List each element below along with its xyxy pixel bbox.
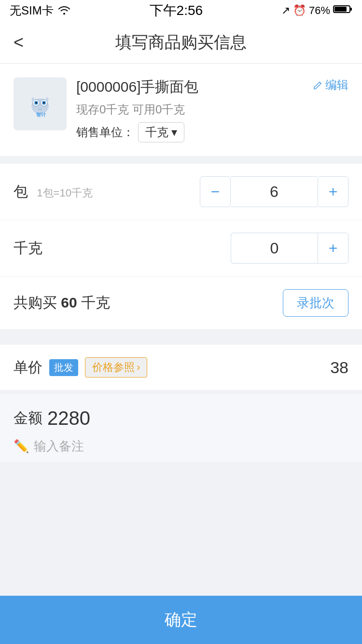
kilogram-input[interactable] xyxy=(231,233,318,264)
nav-bar: < 填写商品购买信息 xyxy=(0,21,362,64)
package-hint: 1包=10千克 xyxy=(37,187,93,199)
package-row: 包 1包=10千克 − + xyxy=(0,164,362,220)
amount-section: 金额 2280 ✏️ 输入备注 xyxy=(0,394,362,462)
amount-row: 金额 2280 xyxy=(14,407,348,429)
chevron-down-icon: ▾ xyxy=(171,126,177,139)
status-bar: 无SIM卡 下午2:56 ↗ ⏰ 76% xyxy=(0,0,362,21)
note-placeholder: 输入备注 xyxy=(34,438,84,455)
svg-rect-1 xyxy=(350,8,352,11)
product-card: 智计 [0000006]手撕面包 现存0千克 可用0千克 销售单位： 千克 ▾ … xyxy=(0,64,362,156)
package-increment-button[interactable]: + xyxy=(318,176,348,207)
price-type-tag: 批发 xyxy=(49,359,78,376)
svg-rect-2 xyxy=(334,7,347,12)
price-label: 单价 xyxy=(14,358,42,378)
kilogram-increment-button[interactable]: + xyxy=(318,233,348,264)
back-button[interactable]: < xyxy=(14,32,24,53)
page-title: 填写商品购买信息 xyxy=(115,31,247,54)
price-reference-button[interactable]: 价格参照 › xyxy=(85,357,147,378)
product-name: [0000006]手撕面包 xyxy=(76,77,303,97)
package-input[interactable] xyxy=(231,176,318,207)
quantity-section: 包 1包=10千克 − + 千克 + 共购买 60 千克 录批次 xyxy=(0,164,362,329)
status-right: ↗ ⏰ 76% xyxy=(281,4,352,17)
price-value: 38 xyxy=(330,358,348,377)
product-unit: 销售单位： 千克 ▾ xyxy=(76,122,303,142)
location-icon: ↗ xyxy=(281,4,290,17)
alarm-icon: ⏰ xyxy=(293,4,306,17)
amount-value: 2280 xyxy=(47,407,90,429)
empty-space xyxy=(0,462,362,617)
price-row: 单价 批发 价格参照 › 38 xyxy=(0,345,362,390)
product-info: [0000006]手撕面包 现存0千克 可用0千克 销售单位： 千克 ▾ xyxy=(76,77,303,142)
chevron-right-icon: › xyxy=(137,361,140,374)
carrier-label: 无SIM卡 xyxy=(10,3,54,18)
battery-label: 76% xyxy=(309,4,330,17)
confirm-button[interactable]: 确定 xyxy=(0,596,362,644)
package-decrement-button[interactable]: − xyxy=(200,176,231,207)
package-controls: − + xyxy=(200,176,348,207)
kilogram-label: 千克 xyxy=(14,238,231,258)
price-section: 单价 批发 价格参照 › 38 xyxy=(0,345,362,390)
unit-select[interactable]: 千克 ▾ xyxy=(138,122,184,142)
separator-1 xyxy=(0,337,362,345)
unit-label: 销售单位： xyxy=(76,125,134,140)
status-left: 无SIM卡 xyxy=(10,3,71,18)
svg-point-9 xyxy=(43,102,45,104)
battery-icon xyxy=(333,4,352,17)
wifi-icon xyxy=(57,4,71,17)
total-row: 共购买 60 千克 录批次 xyxy=(0,277,362,329)
svg-text:智计: 智计 xyxy=(36,112,46,117)
total-text: 共购买 60 千克 xyxy=(14,293,110,313)
product-stock: 现存0千克 可用0千克 xyxy=(76,102,303,117)
status-time: 下午2:56 xyxy=(150,1,203,20)
amount-label: 金额 xyxy=(14,408,42,428)
pencil-icon: ✏️ xyxy=(14,439,29,454)
kilogram-controls: + xyxy=(231,233,348,264)
record-batch-button[interactable]: 录批次 xyxy=(283,289,348,317)
svg-point-8 xyxy=(35,102,37,104)
product-image: 智计 xyxy=(14,77,67,130)
edit-button[interactable]: 编辑 xyxy=(313,77,348,93)
package-label: 包 1包=10千克 xyxy=(14,182,200,202)
note-row[interactable]: ✏️ 输入备注 xyxy=(14,438,348,455)
kilogram-row: 千克 + xyxy=(0,220,362,277)
